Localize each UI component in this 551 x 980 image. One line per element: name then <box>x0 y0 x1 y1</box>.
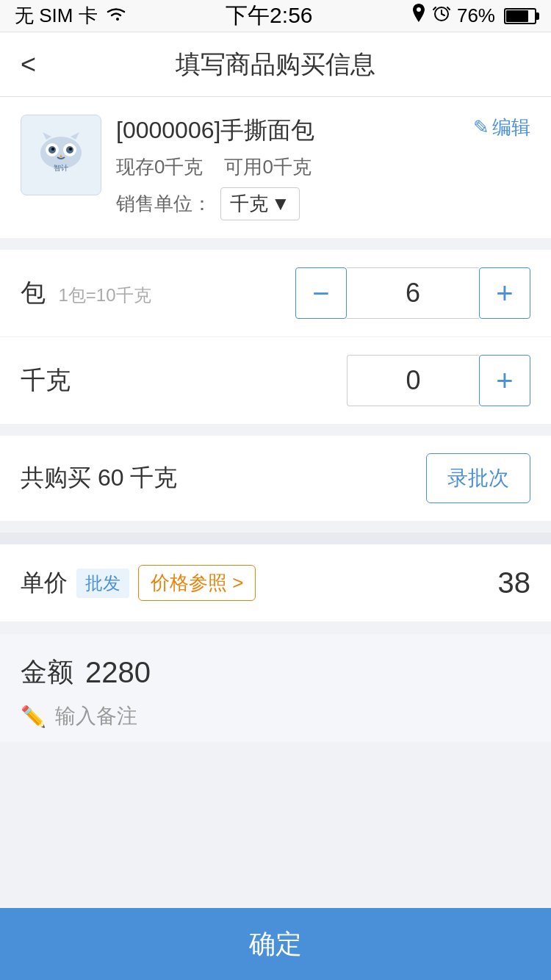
alarm-icon <box>432 4 451 28</box>
remark-input[interactable]: 输入备注 <box>55 702 137 730</box>
product-card: 智计 [0000006]手撕面包 现存0千克 可用0千克 销售单位： 千克 ▼ … <box>0 97 551 238</box>
battery-percent: 76% <box>457 4 495 27</box>
bag-decrement-button[interactable]: − <box>295 267 347 319</box>
location-icon <box>411 4 426 28</box>
svg-line-2 <box>442 14 444 15</box>
bag-qty-input[interactable] <box>347 267 479 319</box>
product-info: [0000006]手撕面包 现存0千克 可用0千克 销售单位： 千克 ▼ <box>116 115 458 220</box>
product-unit-row: 销售单位： 千克 ▼ <box>116 187 458 220</box>
bag-input-row: 包 1包=10千克 − + <box>0 250 551 337</box>
price-ref-button[interactable]: 价格参照 > <box>138 565 256 601</box>
status-time: 下午2:56 <box>226 1 312 31</box>
svg-text:智计: 智计 <box>54 164 68 172</box>
svg-point-8 <box>51 148 54 151</box>
product-right: ✎ 编辑 <box>473 115 530 140</box>
price-section: 单价 批发 价格参照 > 38 <box>0 544 551 622</box>
section-separator <box>0 533 551 544</box>
bag-increment-button[interactable]: + <box>479 267 530 319</box>
amount-section: 金额 2280 ✏️ 输入备注 <box>0 634 551 742</box>
product-name: [0000006]手撕面包 <box>116 115 458 147</box>
unit-select[interactable]: 千克 ▼ <box>220 187 300 220</box>
amount-value: 2280 <box>85 656 151 689</box>
confirm-button[interactable]: 确定 <box>249 926 302 962</box>
svg-point-9 <box>69 148 72 151</box>
back-button[interactable]: < <box>21 49 36 80</box>
summary-text: 共购买 60 千克 <box>21 462 426 494</box>
price-label: 单价 <box>21 567 68 599</box>
no-sim-text: 无 SIM 卡 <box>15 3 98 29</box>
wifi-icon <box>105 4 127 27</box>
kg-increment-button[interactable]: + <box>479 355 530 406</box>
sales-unit-label: 销售单位： <box>116 191 212 217</box>
amount-row: 金额 2280 <box>21 655 530 691</box>
kg-qty-control: + <box>347 355 530 406</box>
amount-label: 金额 <box>21 655 73 691</box>
product-stock: 现存0千克 可用0千克 <box>116 154 458 180</box>
kg-input-row: 千克 + <box>0 337 551 424</box>
status-left: 无 SIM 卡 <box>15 3 127 29</box>
page-title: 填写商品购买信息 <box>176 48 375 82</box>
product-logo-icon: 智计 <box>35 131 87 180</box>
content-area: 智计 [0000006]手撕面包 现存0千克 可用0千克 销售单位： 千克 ▼ … <box>0 97 551 962</box>
nav-bar: < 填写商品购买信息 <box>0 32 551 97</box>
batch-button[interactable]: 录批次 <box>426 453 530 503</box>
battery-icon <box>504 8 536 24</box>
svg-marker-12 <box>71 132 79 140</box>
kg-qty-input[interactable] <box>347 355 479 406</box>
current-stock: 现存0千克 <box>116 156 203 178</box>
product-image: 智计 <box>21 115 101 195</box>
quantity-section: 包 1包=10千克 − + 千克 + <box>0 250 551 424</box>
edit-icon: ✎ <box>473 116 489 139</box>
remark-row[interactable]: ✏️ 输入备注 <box>21 702 530 730</box>
bag-label: 包 1包=10千克 <box>21 276 295 310</box>
edit-button[interactable]: ✎ 编辑 <box>473 115 530 140</box>
status-right: 76% <box>411 4 536 28</box>
pencil-icon: ✏️ <box>21 705 46 729</box>
bag-qty-control: − + <box>295 267 530 319</box>
summary-section: 共购买 60 千克 录批次 <box>0 436 551 521</box>
price-value: 38 <box>256 566 530 599</box>
kg-label: 千克 <box>21 364 347 397</box>
status-bar: 无 SIM 卡 下午2:56 76% <box>0 0 551 32</box>
bottom-bar[interactable]: 确定 <box>0 908 551 980</box>
price-row: 单价 批发 价格参照 > 38 <box>0 544 551 622</box>
available-stock: 可用0千克 <box>224 156 311 178</box>
bag-hint: 1包=10千克 <box>58 285 151 305</box>
svg-marker-11 <box>43 132 51 140</box>
price-tag: 批发 <box>76 569 129 598</box>
